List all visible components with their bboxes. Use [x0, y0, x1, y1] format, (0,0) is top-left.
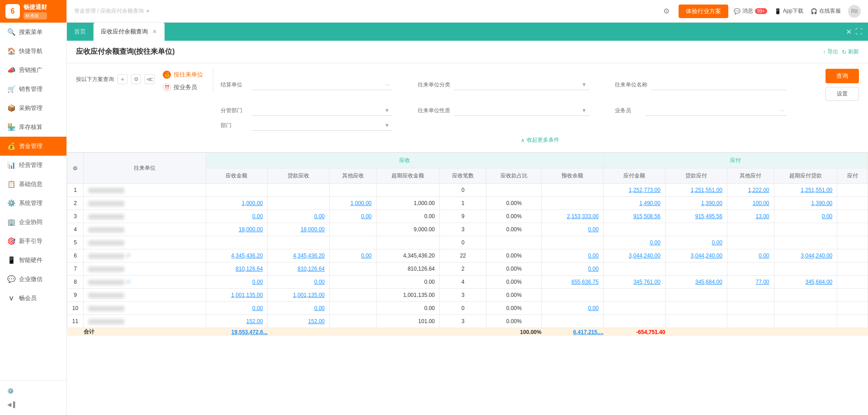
message-btn[interactable]: 💬 消息 99+ [734, 7, 767, 15]
td-ap-other[interactable]: 77.00 [727, 276, 774, 289]
sidebar-item-basic-info[interactable]: 📋 基础信息 [0, 175, 66, 194]
td-ap-overdue[interactable] [774, 289, 837, 302]
td-ap-amount[interactable]: 915,508.56 [604, 210, 665, 223]
td-ap-amount[interactable] [604, 223, 665, 236]
online-service-btn[interactable]: 🎧 在线客服 [811, 7, 841, 15]
td-ap-other[interactable]: 1,222.00 [727, 184, 774, 197]
td-ar-loan[interactable]: 152.00 [268, 315, 330, 328]
td-ar-loan[interactable]: 4,345,436.20 [268, 249, 330, 262]
td-ar-amount[interactable]: 810,126.64 [206, 262, 268, 276]
td-ar-prepay[interactable] [542, 289, 604, 302]
filter-option-salesman[interactable]: ⏰ 按业务员 [158, 81, 208, 93]
filter-select-dept[interactable]: ▼ [251, 120, 392, 131]
td-ar-loan[interactable] [268, 236, 330, 249]
td-ar-other[interactable] [330, 302, 377, 315]
td-ar-amount[interactable] [206, 184, 268, 197]
td-ar-loan[interactable]: 0.00 [268, 276, 330, 289]
td-ar-other[interactable] [330, 223, 377, 236]
app-download-btn[interactable]: 📱 App下载 [774, 7, 803, 15]
td-ap-loan[interactable]: 3,044,240.00 [665, 249, 727, 262]
tab-home[interactable]: 首页 [67, 23, 94, 41]
settings-btn[interactable]: 设置 [826, 87, 859, 101]
sidebar-item-inventory[interactable]: 🏪 库存核算 [0, 118, 66, 137]
filter-add-btn[interactable]: + [118, 74, 127, 84]
td-ap-amount[interactable]: 0.00 [604, 236, 665, 249]
td-ar-amount[interactable]: 152.00 [206, 315, 268, 328]
td-ap-other[interactable]: 13.00 [727, 210, 774, 223]
td-ar-loan[interactable]: 18,000.00 [268, 223, 330, 236]
sidebar-collapse-btn[interactable]: ◀▐ [0, 398, 66, 411]
td-ar-prepay[interactable] [542, 315, 604, 328]
filter-input-partner-category[interactable] [457, 81, 581, 88]
td-ar-other[interactable] [330, 262, 377, 276]
td-ap-other[interactable]: 100.00 [727, 197, 774, 210]
td-ap-overdue[interactable]: 1,251,551.00 [774, 184, 837, 197]
td-ap-overdue[interactable]: 1,390.00 [774, 197, 837, 210]
filter-collapse-btn[interactable]: ≪ [145, 74, 155, 84]
td-ap-amount[interactable]: 1,490.00 [604, 197, 665, 210]
td-ap-other[interactable] [727, 236, 774, 249]
filter-select-partner-category[interactable]: ▼ [454, 80, 590, 90]
topbar-settings-icon[interactable]: ⚙ [660, 5, 673, 18]
tab-ar-ap-query[interactable]: 应收应付余额查询 ✕ [94, 23, 165, 41]
sidebar-item-finance[interactable]: 💰 资金管理 [0, 137, 66, 156]
td-ap-other[interactable] [727, 262, 774, 276]
td-ar-prepay[interactable] [542, 184, 604, 197]
sidebar-item-sales[interactable]: 🛒 销售管理 [0, 80, 66, 99]
td-ar-amount[interactable] [206, 236, 268, 249]
td-ap-amount[interactable] [604, 262, 665, 276]
td-ar-prepay[interactable]: 655,636.75 [542, 276, 604, 289]
td-ap-overdue[interactable]: 3,044,240.00 [774, 249, 837, 262]
td-ar-other[interactable] [330, 236, 377, 249]
col-settings-header[interactable]: ⚙ [67, 153, 84, 184]
sidebar-item-operations[interactable]: 📊 经营管理 [0, 156, 66, 175]
td-ap-other[interactable] [727, 302, 774, 315]
filter-collapse-btn[interactable]: ∧ 收起更多条件 [221, 134, 859, 147]
td-ap-amount[interactable]: 345,761.00 [604, 276, 665, 289]
filter-input-salesman[interactable] [648, 107, 779, 114]
td-ap-amount[interactable]: 3,044,240.00 [604, 249, 665, 262]
td-ap-other[interactable] [727, 223, 774, 236]
td-ar-prepay[interactable] [542, 236, 604, 249]
td-ar-amount[interactable]: 0.00 [206, 276, 268, 289]
sidebar-item-guide[interactable]: 🎯 新手引导 [0, 232, 66, 251]
td-ap-loan[interactable] [665, 315, 727, 328]
td-ap-amount[interactable] [604, 315, 665, 328]
filter-input-settlement[interactable] [254, 81, 385, 88]
sidebar-item-enterprise[interactable]: 🏢 企业协同 [0, 213, 66, 232]
td-ap-loan[interactable]: 0.00 [665, 236, 727, 249]
sidebar-item-marketing[interactable]: 📣 营销推广 [0, 61, 66, 80]
td-ap-loan[interactable] [665, 223, 727, 236]
td-ap-loan[interactable] [665, 262, 727, 276]
td-ap-overdue[interactable] [774, 315, 837, 328]
refresh-btn[interactable]: ↻ 刷新 [842, 48, 859, 56]
sidebar-item-member[interactable]: V 畅会员 [0, 289, 66, 308]
sidebar-item-wechat[interactable]: 💬 企业微信 [0, 270, 66, 289]
td-ap-other[interactable] [727, 315, 774, 328]
sidebar-item-purchase[interactable]: 📦 采购管理 [0, 99, 66, 118]
td-ar-other[interactable]: 0.00 [330, 249, 377, 262]
td-ar-amount[interactable]: 0.00 [206, 210, 268, 223]
td-ar-other[interactable] [330, 276, 377, 289]
td-ar-prepay[interactable]: 0.00 [542, 249, 604, 262]
td-ar-other[interactable]: 0.00 [330, 210, 377, 223]
td-ap-overdue[interactable]: 0.00 [774, 210, 837, 223]
td-ar-prepay[interactable]: 2,153,333.00 [542, 210, 604, 223]
export-btn[interactable]: ↑ 导出 [823, 48, 838, 56]
td-ar-prepay[interactable]: 0.00 [542, 302, 604, 315]
td-ap-other[interactable]: 0.00 [727, 249, 774, 262]
td-ar-loan[interactable] [268, 197, 330, 210]
filter-option-partner[interactable]: 💰 按往来单位 [158, 69, 208, 81]
td-ap-overdue[interactable] [774, 236, 837, 249]
td-ar-loan[interactable]: 1,001,135.00 [268, 289, 330, 302]
footer-ar-total[interactable]: 19,553,472,6... [206, 328, 268, 336]
td-ar-loan[interactable] [268, 184, 330, 197]
td-ar-amount[interactable]: 4,345,436.20 [206, 249, 268, 262]
td-ap-loan[interactable] [665, 302, 727, 315]
td-ar-prepay[interactable]: 0.00 [542, 223, 604, 236]
td-ap-amount[interactable] [604, 289, 665, 302]
filter-input-dept[interactable] [254, 122, 384, 129]
td-ar-amount[interactable]: 1,001,135.00 [206, 289, 268, 302]
query-btn[interactable]: 查询 [826, 69, 859, 83]
td-ap-loan[interactable] [665, 289, 727, 302]
